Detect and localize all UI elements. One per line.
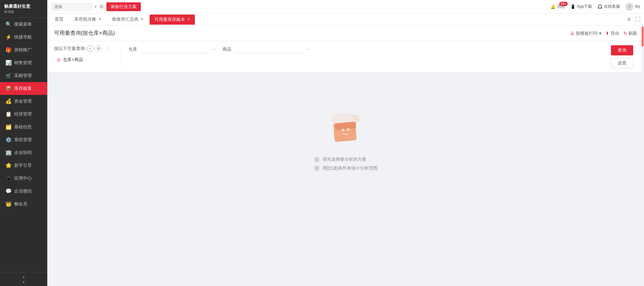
scheme-item-label: 仓库+商品 bbox=[63, 57, 83, 63]
page-content: 可用量查询(按仓库+商品) 🖨 按模板打印 ▾ ⬆ 导出 ↻ 刷新 bbox=[47, 26, 644, 286]
sidebar-scroll-indicator: ▲ ▼ bbox=[0, 272, 47, 286]
headset-icon: 🎧 bbox=[597, 4, 602, 9]
sidebar-item-member[interactable]: 👑 畅会员 bbox=[0, 198, 47, 210]
svg-point-3 bbox=[342, 129, 344, 131]
collapse-icon[interactable]: 《 bbox=[105, 46, 109, 52]
industry-button[interactable]: 体验行业方案 bbox=[106, 2, 141, 11]
empty-svg bbox=[326, 109, 366, 150]
tab-batch-close[interactable]: ✕ bbox=[98, 17, 101, 21]
goods-dots[interactable]: ··· bbox=[306, 46, 310, 52]
warehouse-label: 仓库 bbox=[128, 46, 138, 52]
page-header-actions: 🖨 按模板打印 ▾ ⬆ 导出 ↻ 刷新 bbox=[570, 30, 637, 36]
chevron-down-icon[interactable]: ▾ bbox=[95, 4, 97, 9]
tab-batch[interactable]: 库存批次账 ✕ bbox=[70, 14, 106, 25]
app-label: App下载 bbox=[577, 4, 592, 9]
sidebar-item-operation[interactable]: 📋 经营管理 bbox=[0, 108, 47, 121]
topbar-right: 🔔 消息 99+ 📱 App下载 🎧 在线客服 R Rit bbox=[550, 3, 640, 11]
goods-input[interactable] bbox=[235, 45, 303, 53]
building-icon: 🏢 bbox=[5, 150, 11, 156]
export-icon: ⬆ bbox=[606, 31, 609, 36]
hint-num-1: 1 bbox=[314, 156, 320, 162]
scheme-panel: 按以下方案查询 + ⚙ 《 ⊙ 仓库+商品 bbox=[54, 45, 122, 65]
manage-scheme-button[interactable]: ⚙ bbox=[95, 45, 102, 52]
search-input[interactable] bbox=[51, 3, 92, 10]
sidebar-item-sales[interactable]: 📊 销售管理 bbox=[0, 56, 47, 69]
clipboard-icon: 📋 bbox=[5, 111, 11, 117]
right-scrollbar[interactable] bbox=[641, 26, 644, 286]
sidebar-item-label: 经营管理 bbox=[14, 111, 32, 117]
tab-available[interactable]: 可用量库存账本 ✕ bbox=[150, 15, 195, 25]
goods-filter: 商品 ··· bbox=[223, 45, 310, 53]
service-label: 在线客服 bbox=[604, 4, 620, 9]
sidebar-item-marketing[interactable]: 🎁 营销推广 bbox=[0, 44, 47, 56]
sidebar-item-label: 应用中心 bbox=[14, 175, 32, 181]
app-download-button[interactable]: 📱 App下载 bbox=[570, 4, 592, 9]
crown-icon: 👑 bbox=[5, 201, 11, 207]
query-area: 按以下方案查询 + ⚙ 《 ⊙ 仓库+商品 仓库 bbox=[47, 41, 644, 73]
folder-icon: 🗂️ bbox=[5, 124, 11, 130]
scroll-up-arrow[interactable]: ▲ bbox=[21, 274, 26, 279]
tabs-actions: ✕ ⛶ bbox=[626, 16, 641, 23]
goods-label: 商品 bbox=[223, 46, 233, 52]
sidebar-item-system[interactable]: ⚙️ 系统管理 bbox=[0, 133, 47, 146]
page-title: 可用量查询(按仓库+商品) bbox=[54, 30, 115, 37]
tab-maximize-button[interactable]: ⛶ bbox=[635, 16, 641, 23]
main-area: ▾ ⚙ 体验行业方案 🔔 消息 99+ 📱 App下载 🎧 在线客服 R Rit bbox=[47, 0, 644, 286]
settings-button[interactable]: 设置 bbox=[611, 58, 633, 68]
warehouse-input[interactable] bbox=[141, 45, 209, 53]
sidebar-item-finance[interactable]: 💰 资金管理 bbox=[0, 95, 47, 108]
money-icon: 💰 bbox=[5, 98, 11, 104]
scheme-actions: + ⚙ bbox=[87, 45, 102, 52]
brand-sub: 标准版 bbox=[4, 9, 43, 14]
tab-available-close[interactable]: ✕ bbox=[187, 17, 190, 22]
sidebar-item-newbie[interactable]: 🌟 新手引导 bbox=[0, 159, 47, 172]
scheme-header: 按以下方案查询 + ⚙ 《 bbox=[54, 45, 117, 52]
svg-point-7 bbox=[357, 115, 358, 116]
sidebar-item-label: 销售管理 bbox=[14, 60, 32, 66]
topbar: ▾ ⚙ 体验行业方案 🔔 消息 99+ 📱 App下载 🎧 在线客服 R Rit bbox=[47, 0, 644, 14]
sidebar-item-label: 基础信息 bbox=[14, 124, 32, 130]
scheme-item-warehouse-goods[interactable]: ⊙ 仓库+商品 bbox=[54, 55, 117, 65]
sidebar-item-label: 营销推广 bbox=[14, 47, 32, 53]
refresh-action[interactable]: ↻ 刷新 bbox=[623, 30, 637, 36]
tab-home[interactable]: 首页 bbox=[50, 14, 68, 25]
sidebar: 畅康通好生意 标准版 🔍 搜索菜单 ⚡ 快捷导航 🎁 营销推广 📊 销售管理 🛒… bbox=[0, 0, 47, 286]
box-icon: 📦 bbox=[5, 85, 11, 92]
add-scheme-button[interactable]: + bbox=[87, 45, 94, 52]
query-button[interactable]: 查询 bbox=[611, 45, 633, 55]
tab-close-button[interactable]: ✕ bbox=[626, 16, 632, 23]
warehouse-filter: 仓库 ··· bbox=[128, 45, 216, 53]
tabs-bar: 首页 库存批次账 ✕ 收发存汇总表 ✕ 可用量库存账本 ✕ ✕ ⛶ bbox=[47, 14, 644, 26]
sidebar-item-basic[interactable]: 🗂️ 基础信息 bbox=[0, 121, 47, 133]
sidebar-item-inventory[interactable]: 📦 库存核算 bbox=[0, 82, 47, 95]
service-button[interactable]: 🎧 在线客服 bbox=[597, 4, 620, 9]
tab-home-label: 首页 bbox=[55, 16, 63, 22]
svg-point-4 bbox=[347, 128, 350, 131]
sidebar-item-wechat[interactable]: 💬 企业微信 bbox=[0, 185, 47, 198]
sidebar-item-purchase[interactable]: 🛒 采购管理 bbox=[0, 69, 47, 82]
flash-icon: ⚡ bbox=[5, 34, 11, 40]
user-menu[interactable]: R Rit bbox=[625, 3, 640, 11]
sidebar-item-label: 企业微信 bbox=[14, 188, 32, 194]
username: Rit bbox=[635, 4, 640, 9]
sidebar-item-enterprise[interactable]: 🏢 企业协同 bbox=[0, 146, 47, 159]
print-action[interactable]: 🖨 按模板打印 ▾ bbox=[570, 30, 601, 36]
tab-summary[interactable]: 收发存汇总表 ✕ bbox=[107, 14, 148, 25]
sidebar-item-appstore[interactable]: 📱 应用中心 bbox=[0, 172, 47, 185]
sidebar-item-search[interactable]: 🔍 搜索菜单 bbox=[0, 18, 47, 31]
tab-summary-close[interactable]: ✕ bbox=[140, 17, 144, 21]
hint-text-1: 请先选择要分析的方案 bbox=[323, 156, 366, 162]
chat-icon: 💬 bbox=[5, 188, 11, 194]
avatar: R bbox=[625, 3, 634, 11]
sidebar-item-label: 采购管理 bbox=[14, 73, 32, 79]
export-action[interactable]: ⬆ 导出 bbox=[606, 30, 619, 36]
cart-icon: 🛒 bbox=[5, 73, 11, 79]
empty-hint-1: 1 请先选择要分析的方案 bbox=[314, 156, 378, 162]
gear-icon: ⚙️ bbox=[5, 137, 11, 143]
refresh-icon: ↻ bbox=[623, 31, 627, 36]
scroll-down-arrow[interactable]: ▼ bbox=[21, 279, 26, 285]
warehouse-dots[interactable]: ··· bbox=[211, 46, 216, 52]
sidebar-item-shortcut[interactable]: ⚡ 快捷导航 bbox=[0, 31, 47, 44]
message-button[interactable]: 🔔 消息 99+ bbox=[550, 4, 565, 9]
settings-icon[interactable]: ⚙ bbox=[99, 4, 104, 10]
